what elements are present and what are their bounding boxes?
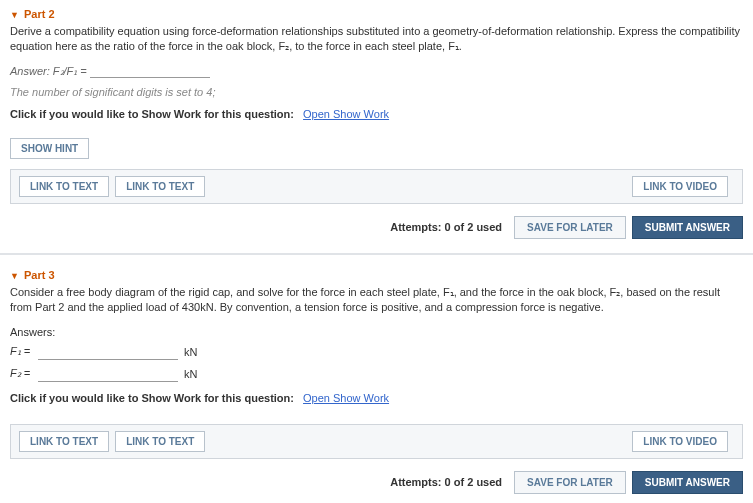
part-2: ▼ Part 2 Derive a compatibility equation… (0, 0, 753, 134)
answers-label-3: Answers: (10, 326, 743, 338)
attempts-text: Attempts: 0 of 2 used (390, 221, 502, 233)
showwork-line-3: Click if you would like to Show Work for… (10, 392, 743, 404)
part-3: ▼ Part 3 Consider a free body diagram of… (0, 261, 753, 418)
part-2-header[interactable]: ▼ Part 2 (10, 8, 743, 20)
part-2-answer-prefix: Answer: F₂/F₁ = (10, 65, 90, 77)
f2-unit: kN (184, 368, 197, 380)
link-to-text-button[interactable]: LINK TO TEXT (19, 431, 109, 452)
showwork-line-2: Click if you would like to Show Work for… (10, 108, 743, 120)
part-3-title: Part 3 (24, 269, 55, 281)
f1-input[interactable] (38, 344, 178, 360)
collapse-arrow-icon: ▼ (10, 271, 19, 281)
f1-row: F₁ = kN (10, 344, 743, 360)
collapse-arrow-icon: ▼ (10, 10, 19, 20)
f1-var-label: F₁ = (10, 345, 38, 358)
open-show-work-link[interactable]: Open Show Work (303, 108, 389, 120)
link-bar-3: LINK TO TEXT LINK TO TEXT LINK TO VIDEO (10, 424, 743, 459)
link-to-text-button-2[interactable]: LINK TO TEXT (115, 176, 205, 197)
f2-row: F₂ = kN (10, 366, 743, 382)
part-2-answer-input[interactable] (90, 66, 210, 78)
part-2-description: Derive a compatibility equation using fo… (10, 24, 743, 55)
submit-answer-button[interactable]: SUBMIT ANSWER (632, 471, 743, 494)
submit-answer-button[interactable]: SUBMIT ANSWER (632, 216, 743, 239)
part-3-header[interactable]: ▼ Part 3 (10, 269, 743, 281)
attempts-bar-3: Attempts: 0 of 2 used SAVE FOR LATER SUB… (0, 463, 753, 502)
part-3-description: Consider a free body diagram of the rigi… (10, 285, 743, 316)
hint-row-2: SHOW HINT (0, 134, 753, 163)
sig-digits-note: The number of significant digits is set … (10, 86, 743, 98)
link-bar-2: LINK TO TEXT LINK TO TEXT LINK TO VIDEO (10, 169, 743, 204)
attempts-text: Attempts: 0 of 2 used (390, 476, 502, 488)
part-2-title: Part 2 (24, 8, 55, 20)
divider (0, 253, 753, 255)
open-show-work-link[interactable]: Open Show Work (303, 392, 389, 404)
showwork-label: Click if you would like to Show Work for… (10, 392, 294, 404)
link-to-text-button-2[interactable]: LINK TO TEXT (115, 431, 205, 452)
f2-input[interactable] (38, 366, 178, 382)
link-to-video-button[interactable]: LINK TO VIDEO (632, 431, 728, 452)
save-for-later-button[interactable]: SAVE FOR LATER (514, 471, 626, 494)
f1-unit: kN (184, 346, 197, 358)
attempts-bar-2: Attempts: 0 of 2 used SAVE FOR LATER SUB… (0, 208, 753, 247)
show-hint-button[interactable]: SHOW HINT (10, 138, 89, 159)
link-to-video-button[interactable]: LINK TO VIDEO (632, 176, 728, 197)
link-to-text-button[interactable]: LINK TO TEXT (19, 176, 109, 197)
part-2-answer-line: Answer: F₂/F₁ = (10, 65, 743, 78)
f2-var-label: F₂ = (10, 367, 38, 380)
showwork-label: Click if you would like to Show Work for… (10, 108, 294, 120)
save-for-later-button[interactable]: SAVE FOR LATER (514, 216, 626, 239)
